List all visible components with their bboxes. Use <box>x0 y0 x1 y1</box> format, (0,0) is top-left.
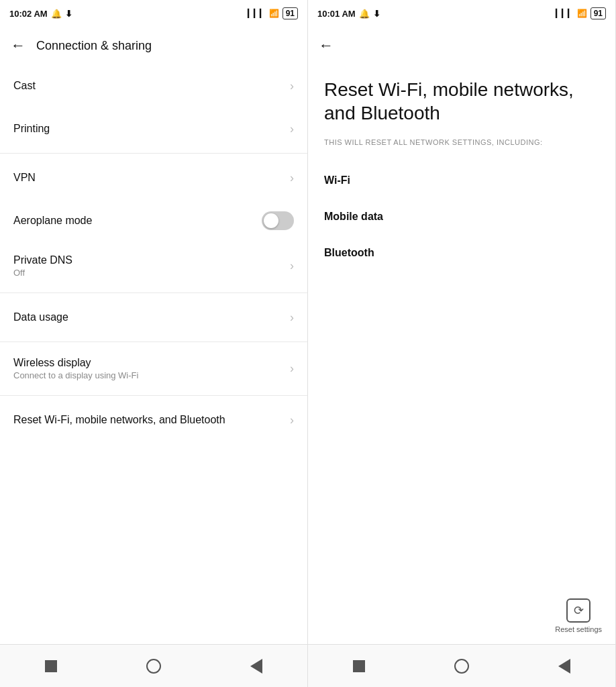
data-usage-label: Data usage <box>13 311 68 323</box>
left-toolbar: ← Connection & sharing <box>0 27 307 64</box>
right-back-button[interactable]: ← <box>319 37 333 54</box>
setting-item-reset-wifi-left: Reset Wi-Fi, mobile networks, and Blueto… <box>13 414 225 426</box>
vpn-label: VPN <box>13 172 36 184</box>
vpn-chevron: › <box>290 171 294 185</box>
right-panel: 10:01 AM 🔔 ⬇ ▎▎▎ 📶 91 ← Reset Wi-Fi, mob… <box>308 0 616 687</box>
right-nav-home[interactable] <box>451 655 472 677</box>
left-wifi-icon: 📶 <box>269 9 279 18</box>
left-time-text: 10:02 AM <box>9 9 48 19</box>
right-time-text: 10:01 AM <box>317 9 356 19</box>
left-circle-icon <box>146 659 161 674</box>
wireless-display-label: Wireless display <box>13 357 138 369</box>
setting-item-private-dns-left: Private DNS Off <box>13 254 72 278</box>
left-nav-recent[interactable] <box>40 655 62 677</box>
left-signal-icon: ▎▎▎ <box>248 9 266 18</box>
cast-label: Cast <box>13 80 36 92</box>
setting-item-aeroplane[interactable]: Aeroplane mode <box>0 199 307 242</box>
divider-3 <box>0 341 307 342</box>
private-dns-chevron: › <box>290 259 294 273</box>
reset-settings-button[interactable]: ⟳ Reset settings <box>555 598 602 633</box>
reset-action-area: ⟳ Reset settings <box>308 588 615 644</box>
right-status-icons: ▎▎▎ 📶 91 <box>556 7 606 19</box>
aeroplane-toggle[interactable] <box>262 211 294 230</box>
reset-list-item-bluetooth: Bluetooth <box>324 235 599 271</box>
setting-item-aeroplane-left: Aeroplane mode <box>13 215 92 227</box>
left-download-icon: ⬇ <box>65 9 72 19</box>
right-square-icon <box>353 660 365 672</box>
setting-item-printing-left: Printing <box>13 123 50 135</box>
left-back-button[interactable]: ← <box>11 37 25 54</box>
left-status-time: 10:02 AM 🔔 ⬇ <box>9 9 72 19</box>
right-alarm-icon: 🔔 <box>359 9 370 19</box>
right-battery: 91 <box>591 7 606 19</box>
setting-item-vpn-left: VPN <box>13 172 36 184</box>
left-settings-list: Cast › Printing › VPN › Aeroplane mode <box>0 64 307 644</box>
left-status-bar: 10:02 AM 🔔 ⬇ ▎▎▎ 📶 91 <box>0 0 307 27</box>
reset-list-item-wifi: Wi-Fi <box>324 162 599 199</box>
setting-item-private-dns[interactable]: Private DNS Off › <box>0 242 307 290</box>
left-square-icon <box>45 660 57 672</box>
right-content: Reset Wi-Fi, mobile networks, and Blueto… <box>308 64 615 588</box>
reset-list-item-mobile-data: Mobile data <box>324 199 599 235</box>
private-dns-sublabel: Off <box>13 268 72 278</box>
right-download-icon: ⬇ <box>373 9 380 19</box>
reset-settings-label: Reset settings <box>555 625 602 633</box>
reset-page-title: Reset Wi-Fi, mobile networks, and Blueto… <box>324 78 599 125</box>
setting-item-data-usage-left: Data usage <box>13 311 68 323</box>
reset-page-subtitle: THIS WILL RESET ALL NETWORK SETTINGS, IN… <box>324 138 599 146</box>
wireless-display-chevron: › <box>290 362 294 376</box>
reset-settings-icon-inner: ⟳ <box>574 603 584 618</box>
right-circle-icon <box>454 659 469 674</box>
left-triangle-icon <box>250 659 262 674</box>
left-status-icons: ▎▎▎ 📶 91 <box>248 7 298 19</box>
left-toolbar-title: Connection & sharing <box>36 39 152 53</box>
divider-4 <box>0 395 307 396</box>
printing-label: Printing <box>13 123 50 135</box>
setting-item-cast-left: Cast <box>13 80 36 92</box>
setting-item-data-usage[interactable]: Data usage › <box>0 296 307 339</box>
right-bottom-nav <box>308 644 615 687</box>
printing-chevron: › <box>290 122 294 136</box>
reset-wifi-label: Reset Wi-Fi, mobile networks, and Blueto… <box>13 414 225 426</box>
right-toolbar: ← <box>308 27 615 64</box>
reset-wifi-chevron: › <box>290 413 294 427</box>
right-status-time: 10:01 AM 🔔 ⬇ <box>317 9 380 19</box>
left-bottom-nav <box>0 644 307 687</box>
left-battery: 91 <box>283 7 298 19</box>
data-usage-chevron: › <box>290 311 294 325</box>
setting-item-vpn[interactable]: VPN › <box>0 156 307 199</box>
setting-item-wireless-display-left: Wireless display Connect to a display us… <box>13 357 138 380</box>
right-triangle-icon <box>558 659 570 674</box>
setting-item-wireless-display[interactable]: Wireless display Connect to a display us… <box>0 345 307 392</box>
setting-item-cast[interactable]: Cast › <box>0 64 307 107</box>
wireless-display-sublabel: Connect to a display using Wi-Fi <box>13 370 138 380</box>
left-nav-back[interactable] <box>246 655 267 677</box>
cast-chevron: › <box>290 79 294 93</box>
divider-2 <box>0 293 307 293</box>
right-status-bar: 10:01 AM 🔔 ⬇ ▎▎▎ 📶 91 <box>308 0 615 27</box>
left-nav-home[interactable] <box>143 655 164 677</box>
right-wifi-icon: 📶 <box>577 9 587 18</box>
left-alarm-icon: 🔔 <box>51 9 62 19</box>
setting-item-reset-wifi[interactable]: Reset Wi-Fi, mobile networks, and Blueto… <box>0 399 307 441</box>
divider-1 <box>0 153 307 154</box>
aeroplane-label: Aeroplane mode <box>13 215 92 227</box>
setting-item-printing[interactable]: Printing › <box>0 107 307 150</box>
right-nav-back[interactable] <box>554 655 575 677</box>
right-nav-recent[interactable] <box>348 655 370 677</box>
left-panel: 10:02 AM 🔔 ⬇ ▎▎▎ 📶 91 ← Connection & sha… <box>0 0 308 687</box>
right-signal-icon: ▎▎▎ <box>556 9 574 18</box>
private-dns-label: Private DNS <box>13 254 72 266</box>
reset-settings-icon: ⟳ <box>566 598 591 623</box>
